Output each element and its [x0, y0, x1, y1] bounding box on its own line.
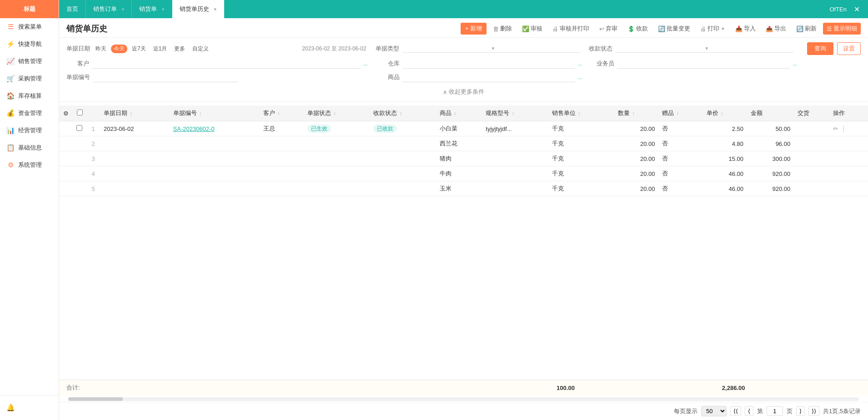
sidebar-item-sales-mgmt[interactable]: 📈 销售管理: [0, 53, 59, 70]
th-gift[interactable]: 赠品 ↕: [658, 105, 702, 121]
sidebar-item-search-menu[interactable]: ☰ 搜索菜单: [0, 18, 59, 35]
th-check[interactable]: [73, 105, 86, 121]
date-chip-7days[interactable]: 近7天: [129, 45, 149, 53]
collect-button[interactable]: 💲 收款: [624, 23, 652, 35]
sidebar-item-quick-nav[interactable]: ⚡ 快捷导航: [0, 35, 59, 53]
th-sales-unit[interactable]: 销售单位 ↕: [548, 105, 614, 121]
doc-type-label: 单据类型: [376, 45, 399, 53]
cell-check[interactable]: [73, 151, 86, 166]
tab-sales-order[interactable]: 销售订单 ×: [86, 0, 132, 18]
th-pay-status[interactable]: 收款状态 ↕: [370, 105, 436, 121]
last-page-button[interactable]: ⟩⟩: [808, 406, 819, 416]
th-docno[interactable]: 单据编号 ↕: [170, 105, 260, 121]
collapse-row: ∧ 收起更多条件: [66, 86, 861, 97]
docno-link[interactable]: SA-20230602-0: [173, 125, 215, 132]
date-chip-more[interactable]: 更多: [171, 45, 188, 53]
sidebar-bottom-item1[interactable]: 🔔: [0, 399, 59, 416]
th-unit-price[interactable]: 单价 ↕: [703, 105, 747, 121]
cell-unit-price: 46.00: [703, 181, 747, 196]
more-action-icon[interactable]: ⋮: [840, 125, 847, 132]
sales-mgmt-icon: 📈: [6, 57, 15, 65]
cell-check[interactable]: [73, 136, 86, 151]
sidebar-item-ops-mgmt[interactable]: 📊 经营管理: [0, 122, 59, 139]
cell-no: 2: [86, 136, 100, 151]
tab-home[interactable]: 首页: [59, 0, 86, 18]
docno-input[interactable]: [93, 72, 238, 82]
staff-input[interactable]: [617, 59, 790, 69]
collapse-button[interactable]: ∧ 收起更多条件: [443, 88, 484, 96]
th-goods[interactable]: 商品 ↕: [436, 105, 482, 121]
row-checkbox[interactable]: [76, 125, 82, 131]
staff-ellipsis[interactable]: ...: [793, 60, 797, 67]
horizontal-scrollbar-track[interactable]: [59, 395, 868, 402]
page-title: 销货单历史: [66, 23, 107, 34]
sidebar-item-sys-mgmt[interactable]: ⚙ 系统管理: [0, 156, 59, 174]
goods-input[interactable]: [402, 72, 575, 82]
cell-check[interactable]: [73, 181, 86, 196]
export-button[interactable]: 📤 导出: [762, 23, 790, 35]
prev-page-button[interactable]: ⟨: [745, 406, 753, 416]
batch-change-button[interactable]: 🔄 批量变更: [654, 23, 694, 35]
close-sales-order-tab[interactable]: ×: [121, 6, 124, 12]
sidebar-item-fund-mgmt[interactable]: 💰 资金管理: [0, 105, 59, 122]
audit-print-button[interactable]: 🖨 审核并打印: [549, 23, 593, 35]
date-chip-yesterday[interactable]: 昨天: [93, 45, 109, 53]
page-number-input[interactable]: [767, 406, 783, 416]
search-menu-icon: ☰: [6, 23, 15, 31]
audit-button[interactable]: ✅ 审核: [518, 23, 546, 35]
scrollbar-thumb[interactable]: [68, 397, 123, 401]
warehouse-ellipsis[interactable]: ...: [578, 60, 582, 67]
show-detail-button[interactable]: ☰ 显示明细: [823, 23, 861, 35]
collect-icon: 💲: [627, 25, 635, 32]
close-sales-goods-tab[interactable]: ×: [161, 6, 164, 12]
date-chip-custom[interactable]: 自定义: [190, 45, 211, 53]
new-button[interactable]: + 新增: [461, 23, 487, 35]
import-button[interactable]: 📥 导入: [732, 23, 759, 35]
filter-area: 单据日期 昨天 今天 近7天 近1月 更多 自定义 2023-06-02 至 2…: [59, 38, 868, 102]
abandon-button[interactable]: ↩ 弃审: [596, 23, 621, 35]
first-page-button[interactable]: ⟨⟨: [730, 406, 741, 416]
payment-status-dropdown[interactable]: ▼: [615, 45, 793, 53]
close-sales-history-tab[interactable]: ×: [214, 6, 216, 12]
th-spec[interactable]: 规格型号 ↕: [482, 105, 548, 121]
warehouse-input[interactable]: [402, 59, 575, 69]
customer-ellipsis[interactable]: ...: [363, 60, 368, 67]
cell-gear: [59, 136, 73, 151]
th-date[interactable]: 单据日期 ↕: [100, 105, 170, 121]
select-all-checkbox[interactable]: [77, 110, 83, 115]
th-gear[interactable]: ⚙: [59, 105, 73, 121]
next-page-button[interactable]: ⟩: [796, 406, 805, 416]
setting-button[interactable]: 设置: [837, 42, 861, 55]
cell-customer: [260, 181, 304, 196]
doc-type-dropdown[interactable]: ▼: [402, 45, 580, 53]
th-no: [86, 105, 100, 121]
refresh-button[interactable]: 🔃 刷新: [793, 23, 820, 35]
query-button[interactable]: 查询: [807, 42, 833, 55]
print-button[interactable]: 🖨 打印 ▼: [697, 23, 729, 35]
cell-docno: [170, 181, 260, 196]
date-chip-today[interactable]: 今天: [111, 45, 127, 53]
per-page-select[interactable]: 50 20 100: [701, 406, 727, 416]
customer-label: 客户: [66, 60, 89, 68]
cell-check[interactable]: [73, 121, 86, 136]
goods-ellipsis[interactable]: ...: [578, 74, 582, 80]
th-customer[interactable]: 客户 ↕: [260, 105, 304, 121]
cell-date: [100, 136, 170, 151]
cell-check[interactable]: [73, 166, 86, 181]
sidebar-item-base-info[interactable]: 📋 基础信息: [0, 139, 59, 156]
th-qty[interactable]: 数量 ↕: [614, 105, 658, 121]
tab-sales-history[interactable]: 销货单历史 ×: [172, 0, 224, 18]
tab-sales-goods[interactable]: 销货单 ×: [132, 0, 172, 18]
cell-deal: [794, 121, 829, 136]
cell-docno: [170, 151, 260, 166]
topbar-right: OfTEn ✕: [829, 5, 868, 14]
edit-action-icon[interactable]: ✏: [833, 125, 838, 132]
date-chip-1month[interactable]: 近1月: [151, 45, 170, 53]
sidebar-item-inventory[interactable]: 🏠 库存核算: [0, 87, 59, 105]
sidebar-item-purchase-mgmt[interactable]: 🛒 采购管理: [0, 70, 59, 87]
th-doc-status[interactable]: 单据状态 ↕: [304, 105, 370, 121]
total-pages-text: 共1页,5条记录: [823, 407, 861, 415]
customer-input[interactable]: [92, 59, 361, 69]
delete-button[interactable]: 🗑 删除: [489, 23, 516, 35]
close-window-button[interactable]: ✕: [850, 5, 863, 14]
